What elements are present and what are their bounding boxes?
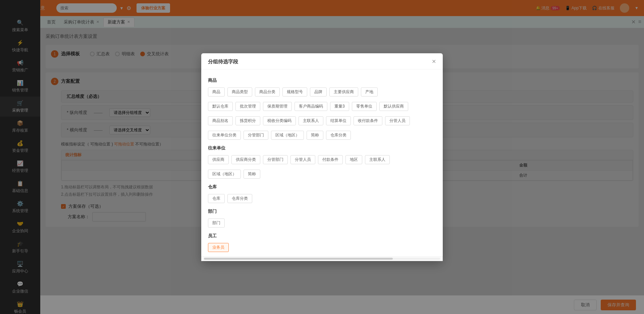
modal-header: 分组待选字段 ✕ bbox=[201, 53, 443, 69]
field-tag[interactable]: 简称 bbox=[307, 131, 323, 140]
section-product-fields-2: 默认仓库 批次管理 保质期管理 客户商品编码 重量3 零售单位 默认供应商 bbox=[208, 102, 436, 111]
section-employee-fields: 业务员 bbox=[208, 243, 436, 252]
section-warehouse-fields: 仓库 仓库分类 bbox=[208, 194, 436, 203]
section-warehouse: 仓库 仓库 仓库分类 bbox=[208, 184, 436, 203]
field-tag[interactable]: 分管人员 bbox=[290, 155, 315, 164]
field-tag[interactable]: 结算单位 bbox=[326, 116, 351, 125]
field-tag[interactable]: 产地 bbox=[361, 87, 378, 97]
field-tag[interactable]: 品牌 bbox=[310, 87, 327, 97]
field-tag[interactable]: 批次管理 bbox=[235, 102, 260, 111]
field-tag[interactable]: 默认仓库 bbox=[208, 102, 233, 111]
field-tag[interactable]: 商品类型 bbox=[227, 87, 252, 97]
section-partner-fields-2: 区域（地区） 简称 bbox=[208, 170, 436, 179]
field-tag[interactable]: 保质期管理 bbox=[263, 102, 292, 111]
field-tag[interactable]: 分管部门 bbox=[244, 131, 268, 140]
field-tag[interactable]: 付款条件 bbox=[318, 155, 343, 164]
field-tag[interactable]: 分管人员 bbox=[385, 116, 410, 125]
section-dept-title: 部门 bbox=[208, 208, 436, 214]
modal-scrollbar[interactable] bbox=[201, 256, 443, 261]
field-tag[interactable]: 零售单位 bbox=[352, 102, 377, 111]
scrollbar-thumb bbox=[204, 258, 393, 260]
scrollbar-track bbox=[204, 258, 440, 260]
section-dept: 部门 部门 bbox=[208, 208, 436, 228]
field-tag[interactable]: 仓库 bbox=[208, 194, 225, 203]
field-tag[interactable]: 主要供应商 bbox=[329, 87, 358, 97]
section-employee-title: 员工 bbox=[208, 233, 436, 239]
field-tag[interactable]: 仓库分类 bbox=[227, 194, 252, 203]
section-product-title: 商品 bbox=[208, 77, 436, 83]
field-tag[interactable]: 商品别名 bbox=[208, 116, 233, 125]
section-dept-fields: 部门 bbox=[208, 218, 436, 228]
field-tag[interactable]: 商品 bbox=[208, 87, 225, 97]
section-product-fields: 商品 商品类型 商品分类 规格型号 品牌 主要供应商 产地 bbox=[208, 87, 436, 97]
field-tag[interactable]: 重量3 bbox=[330, 102, 349, 111]
section-product: 商品 商品 商品类型 商品分类 规格型号 品牌 主要供应商 产地 默认仓库 批次… bbox=[208, 77, 436, 140]
modal-dialog: 分组待选字段 ✕ 商品 商品 商品类型 商品分类 规格型号 品牌 主要供应商 产… bbox=[201, 53, 443, 261]
modal-body: 商品 商品 商品类型 商品分类 规格型号 品牌 主要供应商 产地 默认仓库 批次… bbox=[201, 69, 443, 257]
modal-title: 分组待选字段 bbox=[208, 59, 238, 65]
section-partner: 往来单位 供应商 供应商分类 分管部门 分管人员 付款条件 地区 主联系人 区域… bbox=[208, 145, 436, 179]
field-tag[interactable]: 部门 bbox=[208, 218, 225, 228]
field-tag[interactable]: 默认供应商 bbox=[379, 102, 408, 111]
section-partner-title: 往来单位 bbox=[208, 145, 436, 151]
field-tag[interactable]: 收付款条件 bbox=[354, 116, 382, 125]
field-tag[interactable]: 税收分类编码 bbox=[263, 116, 296, 125]
section-product-fields-4: 往来单位分类 分管部门 区域（地区） 简称 仓库分类 bbox=[208, 131, 436, 140]
field-tag[interactable]: 拣货积分 bbox=[235, 116, 260, 125]
field-tag[interactable]: 供应商 bbox=[208, 155, 229, 164]
modal-close-button[interactable]: ✕ bbox=[432, 59, 436, 64]
field-tag[interactable]: 往来单位分类 bbox=[208, 131, 241, 140]
field-tag[interactable]: 主联系人 bbox=[365, 155, 390, 164]
field-tag[interactable]: 主联系人 bbox=[299, 116, 323, 125]
field-tag[interactable]: 简称 bbox=[244, 170, 260, 179]
section-warehouse-title: 仓库 bbox=[208, 184, 436, 190]
section-partner-fields: 供应商 供应商分类 分管部门 分管人员 付款条件 地区 主联系人 bbox=[208, 155, 436, 164]
field-tag[interactable]: 商品分类 bbox=[255, 87, 280, 97]
modal-overlay: 分组待选字段 ✕ 商品 商品 商品类型 商品分类 规格型号 品牌 主要供应商 产… bbox=[0, 0, 644, 314]
field-tag[interactable]: 客户商品编码 bbox=[294, 102, 327, 111]
field-tag[interactable]: 供应商分类 bbox=[231, 155, 260, 164]
section-product-fields-3: 商品别名 拣货积分 税收分类编码 主联系人 结算单位 收付款条件 分管人员 bbox=[208, 116, 436, 125]
field-tag[interactable]: 分管部门 bbox=[263, 155, 288, 164]
field-tag[interactable]: 区域（地区） bbox=[208, 170, 241, 179]
field-tag[interactable]: 地区 bbox=[345, 155, 362, 164]
field-tag[interactable]: 仓库分类 bbox=[326, 131, 351, 140]
field-tag-salesperson[interactable]: 业务员 bbox=[208, 243, 229, 252]
field-tag[interactable]: 区域（地区） bbox=[271, 131, 304, 140]
field-tag[interactable]: 规格型号 bbox=[282, 87, 307, 97]
section-employee: 员工 业务员 bbox=[208, 233, 436, 252]
